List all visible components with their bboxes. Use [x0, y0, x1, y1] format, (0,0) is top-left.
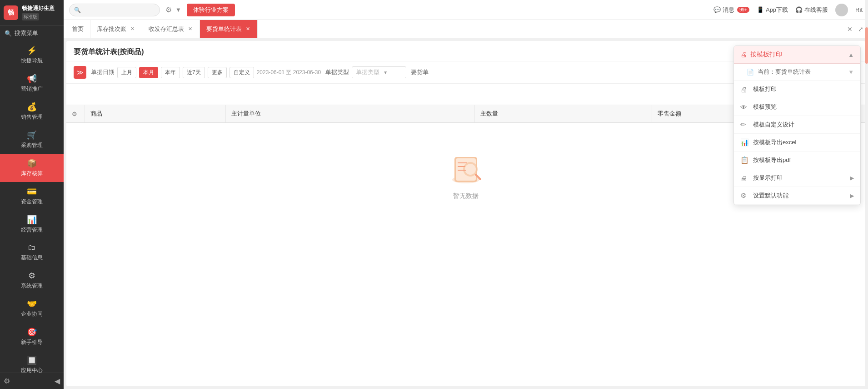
export-excel-icon: 📊 [740, 138, 748, 147]
search-icon: 🔍 [5, 30, 12, 37]
date-this-year-btn[interactable]: 本年 [161, 67, 180, 78]
dropdown-item-display-print[interactable]: 🖨 按显示打印 ▶ [734, 169, 860, 187]
sidebar-item-label: 应用中心 [21, 367, 43, 373]
filter-toggle-btn[interactable]: ≫ [74, 66, 86, 79]
tab-order-stats[interactable]: 要货单统计表 ✕ [200, 20, 258, 38]
sidebar-item-label: 营销推广 [21, 85, 43, 93]
sidebar-item-system[interactable]: ⚙ 系统管理 [0, 266, 64, 294]
sidebar-item-cooperation[interactable]: 🤝 企业协同 [0, 294, 64, 323]
sidebar-item-finance[interactable]: 💳 资金管理 [0, 182, 64, 210]
right-scrollbar[interactable] [865, 0, 868, 389]
template-print-icon: 🖨 [740, 86, 748, 93]
sidebar-nav: ⚡ 快捷导航 📢 营销推广 💰 销售管理 🛒 采购管理 📦 库存核算 💳 资金管… [0, 41, 64, 373]
display-print-group: 🖨 按显示打印 [740, 174, 783, 182]
trial-btn[interactable]: 体验行业方案 [187, 4, 235, 16]
sidebar-item-quick-nav[interactable]: ⚡ 快捷导航 [0, 41, 64, 69]
dropdown-current-item[interactable]: 📄 当前：要货单统计表 ▼ [734, 64, 860, 81]
th-quantity: 主数量 [475, 105, 652, 123]
sidebar-item-inventory[interactable]: 📦 库存核算 [0, 154, 64, 182]
set-default-label: 设置默认功能 [753, 192, 788, 200]
sidebar-item-label: 采购管理 [21, 141, 43, 149]
basic-icon: 🗂 [28, 243, 36, 253]
sidebar-item-operation[interactable]: 📊 经营管理 [0, 210, 64, 238]
message-label: 消息 [723, 6, 734, 14]
sidebar-item-marketing[interactable]: 📢 营销推广 [0, 69, 64, 97]
purchase-icon: 🛒 [27, 130, 37, 140]
username-label: Rit [855, 6, 863, 13]
date-more-btn[interactable]: 更多 [208, 67, 227, 78]
template-print-label: 模板打印 [753, 85, 777, 93]
date-this-month-btn[interactable]: 本月 [139, 67, 158, 78]
tab-home-label: 首页 [72, 25, 84, 33]
date-7days-btn[interactable]: 近7天 [183, 67, 205, 78]
sidebar-item-label: 销售管理 [21, 113, 43, 121]
avatar[interactable] [835, 4, 848, 16]
message-badge: 99+ [737, 7, 749, 13]
window-maximize-btn[interactable]: ⤢ [857, 25, 864, 33]
date-label: 单据日期 [91, 68, 115, 76]
set-default-icon: ⚙ [740, 192, 748, 200]
dropdown-header[interactable]: 🖨 按模板打印 ▲ [734, 46, 860, 64]
guide-icon: 🎯 [27, 327, 37, 337]
dropdown-icon[interactable]: ▼ [175, 6, 181, 13]
current-icon: 📄 [747, 69, 754, 76]
chevron-down-icon: ▼ [383, 70, 388, 75]
sidebar-item-sales[interactable]: 💰 销售管理 [0, 97, 64, 126]
dropdown-title: 按模板打印 [750, 51, 782, 59]
type-select[interactable]: 单据类型 ▼ [352, 66, 406, 78]
sidebar-item-purchase[interactable]: 🛒 采购管理 [0, 126, 64, 154]
search-input[interactable]: 🔍 [69, 4, 160, 16]
th-settings: ⚙ [66, 105, 85, 123]
tab-inventory-batch-close[interactable]: ✕ [129, 26, 135, 32]
message-btn[interactable]: 💬 消息 99+ [713, 6, 749, 14]
window-close-btn[interactable]: ✕ [846, 25, 853, 33]
app-download-label: App下载 [766, 6, 788, 14]
type-label: 单据类型 [325, 68, 349, 76]
tab-receivable-summary-close[interactable]: ✕ [187, 26, 193, 32]
quick-nav-icon: ⚡ [27, 45, 37, 56]
export-excel-label: 按模板导出excel [753, 138, 796, 147]
tab-inventory-batch[interactable]: 库存批次账 ✕ [90, 20, 142, 38]
marketing-icon: 📢 [27, 74, 37, 84]
sidebar-item-label: 系统管理 [21, 282, 43, 290]
date-prev-month-btn[interactable]: 上月 [117, 67, 136, 78]
sidebar-item-label: 基础信息 [21, 254, 43, 262]
tab-home[interactable]: 首页 [65, 20, 90, 38]
display-print-arrow-icon: ▶ [850, 175, 854, 181]
dropdown-item-template-print[interactable]: 🖨 模板打印 [734, 81, 860, 98]
current-label: 当前：要货单统计表 [758, 68, 811, 76]
dropdown-collapse-icon[interactable]: ▲ [848, 51, 854, 58]
tab-receivable-summary-label: 收发存汇总表 [149, 25, 184, 33]
display-print-label: 按显示打印 [753, 174, 783, 182]
set-default-group: ⚙ 设置默认功能 [740, 192, 788, 200]
template-preview-icon: 👁 [740, 103, 748, 111]
th-unit: 主计量单位 [226, 105, 475, 123]
gear-icon[interactable]: ⚙ [165, 5, 172, 14]
sidebar-item-apps[interactable]: 🔲 应用中心 [0, 351, 64, 373]
app-icon: 📱 [757, 6, 764, 13]
service-label: 在线客服 [804, 6, 828, 14]
type-filter-group: 单据类型 单据类型 ▼ [325, 66, 406, 78]
dropdown-item-set-default[interactable]: ⚙ 设置默认功能 ▶ [734, 187, 860, 205]
sales-icon: 💰 [27, 102, 37, 112]
sidebar-item-basic[interactable]: 🗂 基础信息 [0, 238, 64, 266]
sidebar-item-guide[interactable]: 🎯 新手引导 [0, 323, 64, 351]
settings-footer-btn[interactable]: ⚙ [4, 377, 10, 385]
date-custom-btn[interactable]: 自定义 [229, 67, 254, 78]
sidebar: 畅 畅捷通好生意 标准版 🔍 搜索菜单 ⚡ 快捷导航 📢 营销推广 💰 销售管理… [0, 0, 64, 389]
dropdown-item-template-preview[interactable]: 👁 模板预览 [734, 98, 860, 116]
tab-receivable-summary[interactable]: 收发存汇总表 ✕ [142, 20, 200, 38]
collapse-sidebar-btn[interactable]: ◀ [55, 377, 60, 385]
app-version: 标准版 [22, 13, 39, 20]
dropdown-item-export-pdf[interactable]: 📋 按模板导出pdf [734, 152, 860, 169]
sidebar-item-label: 经营管理 [21, 226, 43, 234]
online-service-btn[interactable]: 🎧 在线客服 [795, 6, 828, 14]
dropdown-item-template-design[interactable]: ✏ 模板自定义设计 [734, 116, 860, 134]
svg-point-4 [465, 164, 476, 175]
tab-order-stats-close[interactable]: ✕ [244, 26, 251, 32]
column-settings-icon[interactable]: ⚙ [72, 111, 77, 117]
logo-text-container: 畅捷通好生意 标准版 [22, 5, 55, 20]
dropdown-item-export-excel[interactable]: 📊 按模板导出excel [734, 134, 860, 152]
app-download-btn[interactable]: 📱 App下载 [757, 6, 788, 14]
search-menu-btn[interactable]: 🔍 搜索菜单 [0, 25, 64, 41]
